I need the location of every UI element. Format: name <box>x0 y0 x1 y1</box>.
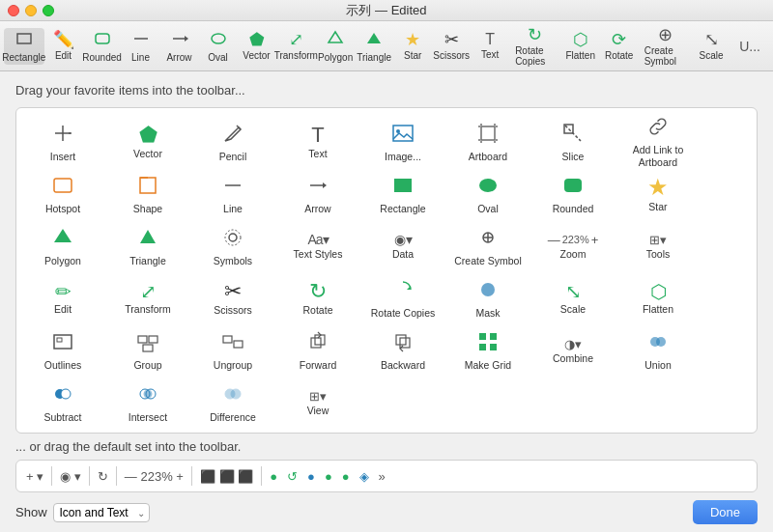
grid-flatten[interactable]: ⬡ Flatten <box>616 272 701 324</box>
strip-forward-backward[interactable]: ⬛ ⬛ ⬛ <box>196 467 257 486</box>
toolbar-vector[interactable]: ⬟ Vector <box>238 29 276 63</box>
toolbar-star[interactable]: ★ Star <box>393 29 432 63</box>
grid-data[interactable]: ◉▾ Data <box>360 220 445 272</box>
grid-show-slices[interactable]: Show Slices <box>275 429 360 434</box>
grid-subtract[interactable]: Subtract <box>20 377 105 429</box>
grid-zoom[interactable]: —223%+ Zoom <box>530 220 616 272</box>
strip-green3[interactable]: ● <box>321 467 336 486</box>
strip-more[interactable]: » <box>375 467 389 486</box>
strip-green4[interactable]: ● <box>338 467 354 486</box>
grid-rotate[interactable]: ↻ Rotate <box>275 272 360 324</box>
toolbar-line[interactable]: Line <box>122 28 160 65</box>
grid-line[interactable]: Line <box>190 168 275 220</box>
toolbar-more[interactable]: U... <box>730 38 769 55</box>
close-button[interactable] <box>8 5 19 16</box>
grid-vector[interactable]: ⬟ Vector <box>105 116 190 168</box>
grid-transform[interactable]: ⤢ Transform <box>105 272 190 324</box>
svg-marker-31 <box>54 229 72 242</box>
grid-show-layout[interactable]: Show Layout <box>530 429 616 434</box>
toolbar-edit[interactable]: ✏️ Edit <box>44 29 83 63</box>
strip-insert[interactable]: + ▾ <box>22 467 47 486</box>
strip-green1[interactable]: ● <box>266 467 281 486</box>
maximize-button[interactable] <box>43 5 54 16</box>
grid-show-pixels[interactable]: Show Pixels <box>20 429 105 434</box>
grid-preview[interactable]: Preview <box>616 429 701 434</box>
done-button[interactable]: Done <box>693 500 758 524</box>
minimize-button[interactable] <box>25 5 37 16</box>
toolbar-rectangle[interactable]: Rectangle <box>4 28 44 65</box>
grid-shape[interactable]: Shape <box>105 168 190 220</box>
grid-scissors[interactable]: ✂ Scissors <box>190 272 275 324</box>
strip-zoom[interactable]: — 223% + <box>121 467 187 486</box>
toolbar-rotate[interactable]: ⟳ Rotate <box>600 29 639 63</box>
strip-blue[interactable]: ● <box>303 467 319 486</box>
grid-edit[interactable]: ✏ Edit <box>20 272 105 324</box>
title-bar: 示列 — Edited <box>0 0 773 21</box>
grid-combine[interactable]: ◑▾ Combine <box>530 324 616 377</box>
grid-triangle[interactable]: Triangle <box>105 220 190 272</box>
bottom-bar: Show Icon and Text Icon Only Text Only D… <box>15 500 758 524</box>
grid-rounded[interactable]: Rounded <box>530 168 616 220</box>
grid-pencil[interactable]: Pencil <box>190 116 275 168</box>
toolbar-create-symbol[interactable]: ⊕ Create Symbol <box>639 24 692 69</box>
show-dropdown-wrapper[interactable]: Icon and Text Icon Only Text Only <box>53 503 150 522</box>
strip-blue2[interactable]: ◈ <box>356 467 373 486</box>
toolbar-flatten[interactable]: ⬡ Flatten <box>561 29 600 63</box>
svg-point-56 <box>656 337 666 347</box>
grid-polygon[interactable]: Polygon <box>20 220 105 272</box>
grid-backward[interactable]: Backward <box>360 324 445 377</box>
grid-insert[interactable]: Insert <box>20 116 105 168</box>
grid-union[interactable]: Union <box>616 324 701 377</box>
default-toolbar-strip: + ▾ ◉ ▾ ↻ — 223% + ⬛ ⬛ ⬛ ● ↺ ● ● ● ◈ » <box>15 460 758 492</box>
strip-rotate-copies[interactable]: ↻ <box>94 467 112 486</box>
grid-tools[interactable]: ⊞▾ Tools <box>616 220 701 272</box>
grid-oval[interactable]: Oval <box>445 168 530 220</box>
grid-round-to-pixel[interactable]: Round To Pixel <box>105 429 190 434</box>
toolbar-oval[interactable]: Oval <box>199 28 238 65</box>
strip-symbols[interactable]: ◉ ▾ <box>56 467 85 486</box>
toolbar-scale[interactable]: ⤡ Scale <box>692 29 730 63</box>
grid-show-prototyping[interactable]: Show Prototyping <box>360 429 445 434</box>
toolbar-polygon[interactable]: Polygon <box>316 28 355 65</box>
grid-star[interactable]: ★ Star <box>616 168 701 220</box>
grid-row-3: Polygon Triangle Symbols Aa▾ Text Styles… <box>20 220 753 272</box>
grid-add-link[interactable]: Add Link to Artboard <box>616 116 701 168</box>
grid-outlines[interactable]: Outlines <box>20 324 105 377</box>
grid-intersect[interactable]: Intersect <box>105 377 190 429</box>
grid-hotspot[interactable]: Hotspot <box>20 168 105 220</box>
toolbar-triangle[interactable]: Triangle <box>355 28 393 65</box>
toolbar-transform[interactable]: ⤢ Transform <box>276 29 317 63</box>
svg-point-39 <box>481 283 495 296</box>
toolbar-scissors[interactable]: ✂ Scissors <box>432 29 471 63</box>
grid-show-grid[interactable]: Show Grid <box>445 429 530 434</box>
grid-group[interactable]: Group <box>105 324 190 377</box>
grid-difference[interactable]: Difference <box>190 377 275 429</box>
svg-marker-7 <box>367 33 381 43</box>
svg-point-33 <box>229 234 237 241</box>
toolbar-rounded[interactable]: Rounded <box>83 28 122 65</box>
grid-mask[interactable]: Mask <box>445 272 530 324</box>
toolbar-rotate-copies[interactable]: ↻ Rotate Copies <box>509 24 561 69</box>
toolbar-arrow[interactable]: Arrow <box>160 28 199 65</box>
grid-ungroup[interactable]: Ungroup <box>190 324 275 377</box>
grid-create-symbol[interactable]: Create Symbol <box>445 220 530 272</box>
svg-rect-51 <box>479 333 486 340</box>
grid-symbols[interactable]: Symbols <box>190 220 275 272</box>
grid-view[interactable]: ⊞▾ View <box>275 377 360 429</box>
grid-make-grid[interactable]: Make Grid <box>445 324 530 377</box>
grid-artboard[interactable]: Artboard <box>445 116 530 168</box>
toolbar-text[interactable]: T Text <box>471 30 509 62</box>
window-title: 示列 — Edited <box>346 2 426 19</box>
grid-rectangle[interactable]: Rectangle <box>360 168 445 220</box>
grid-image[interactable]: Image... <box>360 116 445 168</box>
grid-rotate-copies[interactable]: Rotate Copies <box>360 272 445 324</box>
grid-text[interactable]: T Text <box>275 116 360 168</box>
grid-arrow[interactable]: Arrow <box>275 168 360 220</box>
grid-slice[interactable]: Slice <box>530 116 616 168</box>
show-select[interactable]: Icon and Text Icon Only Text Only <box>53 503 150 522</box>
grid-forward[interactable]: Forward <box>275 324 360 377</box>
grid-show-rulers[interactable]: Show Rulers <box>190 429 275 434</box>
grid-scale[interactable]: ⤡ Scale <box>530 272 616 324</box>
grid-text-styles[interactable]: Aa▾ Text Styles <box>275 220 360 272</box>
strip-green2[interactable]: ↺ <box>283 467 301 486</box>
